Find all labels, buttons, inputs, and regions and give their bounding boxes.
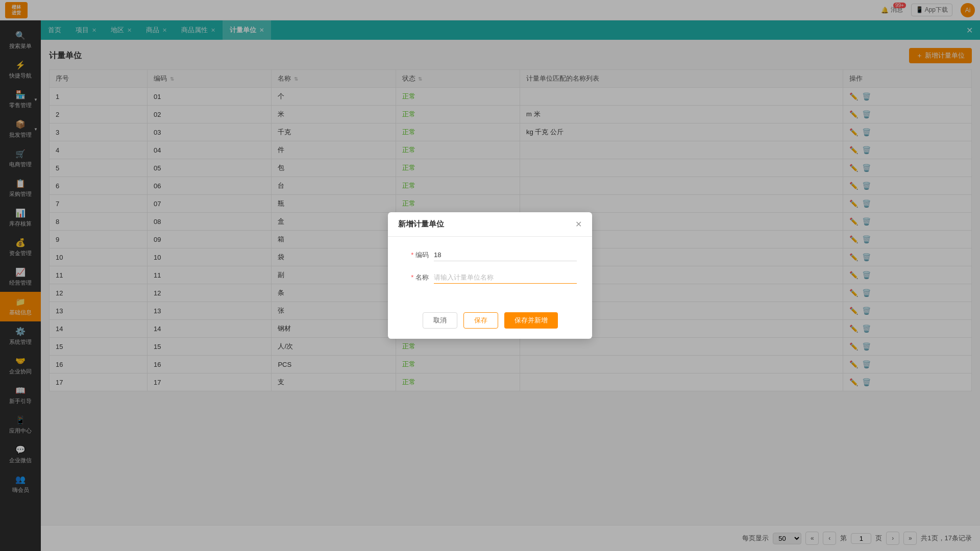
modal-header: 新增计量单位 ✕ [388,212,592,237]
name-input[interactable] [434,271,577,284]
modal-close-button[interactable]: ✕ [575,219,582,229]
save-and-new-button[interactable]: 保存并新增 [504,312,558,329]
modal-body: 编码 名称 [388,237,592,306]
save-button[interactable]: 保存 [463,312,498,329]
cancel-button[interactable]: 取消 [423,312,457,329]
modal-footer: 取消 保存 保存并新增 [388,306,592,339]
modal-overlay[interactable]: 新增计量单位 ✕ 编码 名称 取消 保存 保存并新增 [0,0,980,551]
code-form-row: 编码 [403,249,577,261]
name-label: 名称 [403,273,429,282]
code-label: 编码 [403,251,429,260]
code-input[interactable] [434,249,577,261]
add-unit-modal: 新增计量单位 ✕ 编码 名称 取消 保存 保存并新增 [388,212,592,339]
name-form-row: 名称 [403,271,577,284]
modal-title: 新增计量单位 [398,219,444,229]
